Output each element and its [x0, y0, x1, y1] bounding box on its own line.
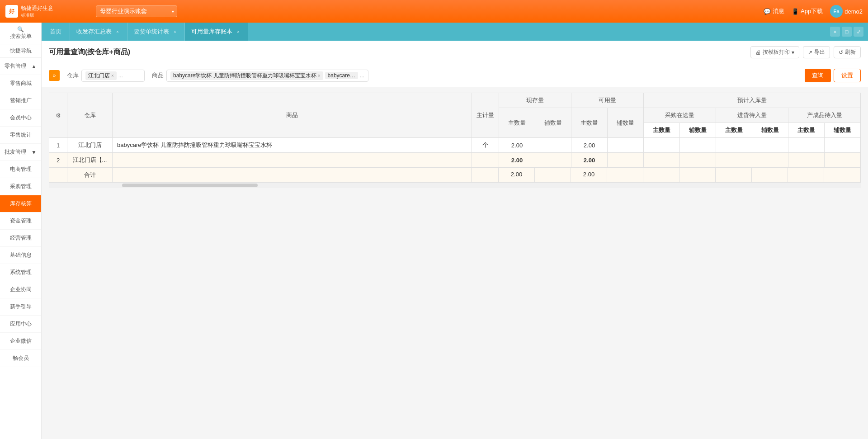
sidebar-item-finance[interactable]: 资金管理	[0, 212, 41, 230]
tab-maximize-button[interactable]: ⤢	[854, 27, 863, 37]
sidebar-quick-nav[interactable]: 快捷导航	[0, 44, 41, 58]
col-header-inbound-main: 主数量	[716, 123, 752, 138]
footer-purchase-main	[643, 168, 679, 182]
product-tag-2: babycare…	[325, 72, 358, 79]
row-unit	[472, 153, 499, 168]
sidebar-item-ecommerce[interactable]: 电商管理	[0, 161, 41, 178]
col-header-stock-aux: 辅数量	[535, 108, 571, 138]
sidebar-item-retail-mgmt[interactable]: 零售管理 ▲	[0, 58, 41, 75]
sidebar-item-app-center[interactable]: 应用中心	[0, 316, 41, 333]
chevron-down-icon: ▾	[792, 49, 794, 56]
footer-produced-main	[788, 168, 824, 182]
sidebar-item-retail-mall[interactable]: 零售商城	[0, 75, 41, 92]
avatar: Ea	[830, 5, 843, 18]
col-header-avail-aux: 辅数量	[608, 108, 644, 138]
warehouse-filter-input[interactable]: 江北门店 × ...	[81, 70, 145, 82]
query-button[interactable]: 查询	[805, 69, 831, 82]
content-area: 首页 收发存汇总表 × 要货单统计表 × 可用量库存账本 × × □ ⤢	[42, 23, 868, 439]
col-header-produced-main: 主数量	[788, 123, 825, 138]
sidebar-item-enterprise-collab[interactable]: 企业协同	[0, 281, 41, 298]
footer-stock-aux	[535, 168, 571, 182]
product-tag-1-close[interactable]: ×	[318, 73, 321, 78]
filter-expand-button[interactable]: »	[49, 70, 60, 81]
tab-close-available-inventory[interactable]: ×	[235, 28, 241, 35]
sidebar-item-wechat[interactable]: 企业微信	[0, 333, 41, 350]
printer-icon: 🖨	[755, 49, 761, 56]
row-warehouse: 江北门店【...	[67, 153, 113, 168]
message-button[interactable]: 💬 消息	[764, 7, 784, 15]
col-header-purchase-main: 主数量	[644, 123, 680, 138]
warehouse-label: 仓库	[67, 71, 79, 80]
sidebar-item-purchase-mgmt[interactable]: 采购管理	[0, 178, 41, 195]
row-produced-aux	[825, 153, 861, 168]
sidebar-search[interactable]: 🔍 搜索菜单	[0, 23, 41, 44]
col-header-inbound-pending: 进货待入量	[716, 108, 788, 123]
tab-order-stats[interactable]: 要货单统计表 ×	[127, 23, 185, 41]
row-avail-aux	[608, 153, 644, 168]
logo-icon: 好	[5, 5, 18, 18]
col-header-product: 商品	[113, 93, 472, 138]
table-row: 1 江北门店 babycare学饮杯 儿童防摔防撞吸管杯重力球吸嘴杯宝宝水杯 个…	[49, 138, 861, 153]
tab-inventory-summary[interactable]: 收发存汇总表 ×	[70, 23, 127, 41]
row-stock-aux	[535, 138, 571, 153]
sidebar-item-operations[interactable]: 经营管理	[0, 230, 41, 247]
tab-close-all-button[interactable]: ×	[830, 27, 840, 37]
footer-inbound-main	[716, 168, 752, 182]
sidebar-item-system-mgmt[interactable]: 系统管理	[0, 264, 41, 281]
industry-dropdown[interactable]: 母婴行业演示账套 ▾	[96, 5, 177, 17]
refresh-button[interactable]: ↺ 刷新	[834, 46, 861, 58]
tab-restore-button[interactable]: □	[842, 27, 852, 37]
row-purchase-main	[644, 153, 680, 168]
row-unit: 个	[472, 138, 499, 153]
inventory-table: ⚙ 仓库 商品 主计量 现存量 可用量 预计入库量 主数量 辅数量	[49, 93, 861, 168]
sidebar-item-member-center[interactable]: 会员中心	[0, 109, 41, 127]
col-header-settings: ⚙	[49, 93, 67, 138]
table-row: 2 江北门店【... 2.00 2.00	[49, 153, 861, 168]
col-header-unit: 主计量	[472, 93, 499, 138]
tab-available-inventory[interactable]: 可用量库存账本 ×	[185, 23, 248, 41]
tab-home[interactable]: 首页	[42, 23, 70, 41]
export-button[interactable]: ↗ 导出	[803, 46, 830, 58]
settings-button[interactable]: 设置	[834, 69, 861, 82]
sidebar-item-basic-info[interactable]: 基础信息	[0, 247, 41, 264]
horizontal-scrollbar[interactable]	[49, 183, 861, 188]
template-print-button[interactable]: 🖨 按模板打印 ▾	[750, 46, 799, 58]
footer-avail-aux	[607, 168, 643, 182]
filter-area: » 仓库 江北门店 × ... 商品	[42, 64, 868, 87]
sidebar-item-wholesale-mgmt[interactable]: 批发管理 ▼	[0, 144, 41, 161]
row-inbound-aux	[752, 138, 788, 153]
page-header: 可用量查询(按仓库+商品) 🖨 按模板打印 ▾ ↗ 导出 ↺ 刷新	[42, 41, 868, 64]
warehouse-tag: 江北门店 ×	[85, 71, 117, 80]
warehouse-tag-close[interactable]: ×	[111, 73, 114, 78]
footer-purchase-aux	[679, 168, 716, 182]
app-download-button[interactable]: 📱 App下载	[792, 7, 823, 15]
sidebar: 🔍 搜索菜单 快捷导航 零售管理 ▲ 零售商城 营销推广 会员中心 零售统计 批…	[0, 23, 42, 439]
filter-actions: 查询 设置	[805, 69, 861, 82]
product-filter-input[interactable]: babycare学饮杯 儿童防摔防撞吸管杯重力球吸嘴杯宝宝水杯 × babyca…	[166, 70, 368, 82]
sidebar-item-retail-stats[interactable]: 零售统计	[0, 127, 41, 144]
col-header-stock: 现存量	[499, 93, 571, 108]
footer-empty-2	[113, 168, 472, 182]
user-menu[interactable]: Ea demo2	[830, 5, 863, 18]
warehouse-more[interactable]: ...	[118, 72, 123, 79]
sidebar-item-member[interactable]: 畅会员	[0, 350, 41, 367]
logo-area: 好 畅捷通好生意 标准版	[5, 5, 96, 19]
col-header-warehouse: 仓库	[67, 93, 113, 138]
search-icon: 🔍	[17, 26, 24, 33]
scroll-thumb[interactable]	[122, 184, 258, 187]
tab-close-inventory-summary[interactable]: ×	[114, 28, 121, 35]
footer-label: 合计	[67, 168, 113, 182]
col-header-produced-pending: 产成品待入量	[788, 108, 861, 123]
sidebar-item-marketing[interactable]: 营销推广	[0, 92, 41, 109]
col-header-purchase-transit: 采购在途量	[644, 108, 716, 123]
tab-close-order-stats[interactable]: ×	[172, 28, 178, 35]
logo-subtitle: 标准版	[21, 12, 53, 19]
col-header-produced-aux: 辅数量	[825, 123, 861, 138]
chevron-icon: ▲	[31, 63, 37, 70]
product-more[interactable]: ...	[360, 72, 364, 79]
row-avail-main: 2.00	[571, 138, 608, 153]
sidebar-item-inventory[interactable]: 库存核算	[0, 195, 41, 212]
sidebar-item-new-guide[interactable]: 新手引导	[0, 298, 41, 316]
row-produced-main	[788, 138, 825, 153]
dropdown-chevron-icon: ▾	[172, 9, 174, 14]
